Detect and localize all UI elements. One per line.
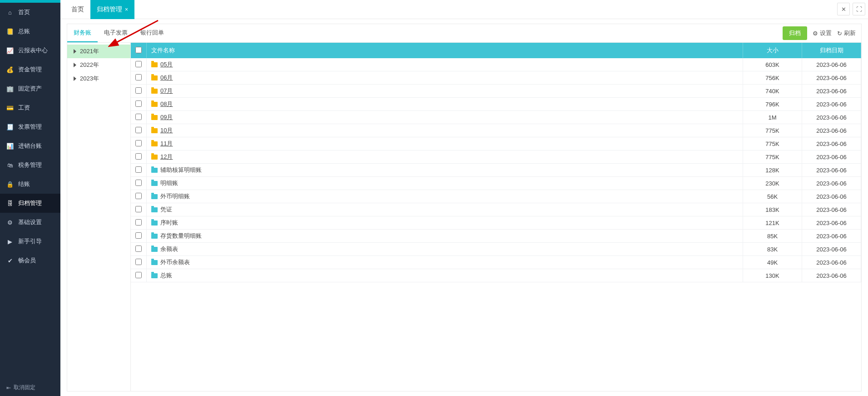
refresh-link[interactable]: ↻ 刷新 bbox=[837, 29, 856, 37]
table-row: 12月775K2023-06-06 bbox=[131, 150, 861, 164]
tree-item[interactable]: 2022年 bbox=[67, 58, 130, 72]
table-column: 文件名称大小归档日期05月603K2023-06-0606月756K2023-0… bbox=[131, 43, 861, 391]
sidebar-item-guide[interactable]: ▶新手引导 bbox=[0, 232, 60, 251]
panel-body: 2021年2022年2023年文件名称大小归档日期05月603K2023-06-… bbox=[67, 42, 862, 391]
row-checkbox[interactable] bbox=[135, 259, 142, 265]
table-row: 09月1M2023-06-06 bbox=[131, 111, 861, 124]
page-tab[interactable]: 首页 bbox=[65, 0, 90, 19]
close-all-button[interactable]: ✕ bbox=[837, 3, 850, 15]
sidebar-pin-toggle[interactable]: ⇤ 取消固定 bbox=[0, 379, 60, 396]
file-name[interactable]: 11月 bbox=[160, 140, 173, 147]
row-checkbox[interactable] bbox=[135, 180, 142, 186]
home-icon: ⌂ bbox=[6, 9, 14, 16]
row-checkbox[interactable] bbox=[135, 272, 142, 278]
sidebar-item-label: 基础设置 bbox=[18, 218, 42, 226]
gear-icon: ⚙ bbox=[6, 219, 14, 226]
subtab[interactable]: 电子发票 bbox=[98, 24, 134, 42]
sidebar-item-label: 归档管理 bbox=[18, 199, 42, 207]
table-row: 存货数量明细账85K2023-06-06 bbox=[131, 230, 861, 243]
fullscreen-button[interactable]: ⛶ bbox=[853, 3, 865, 15]
refresh-label: 刷新 bbox=[844, 29, 856, 37]
sidebar-item-label: 工资 bbox=[18, 104, 30, 112]
subtab[interactable]: 银行回单 bbox=[134, 24, 170, 42]
file-name[interactable]: 10月 bbox=[160, 127, 173, 134]
caret-icon bbox=[74, 49, 76, 54]
row-checkbox[interactable] bbox=[135, 206, 142, 212]
asset-icon: 🏢 bbox=[6, 85, 14, 92]
sidebar-item-archive[interactable]: 🗄归档管理 bbox=[0, 194, 60, 213]
sidebar-item-invoice[interactable]: 🧾发票管理 bbox=[0, 117, 60, 136]
folder-icon bbox=[151, 102, 158, 107]
archive-button[interactable]: 归档 bbox=[783, 26, 807, 40]
file-size: 128K bbox=[743, 164, 802, 177]
file-name[interactable]: 外币余额表 bbox=[160, 259, 190, 266]
file-name[interactable]: 08月 bbox=[160, 100, 173, 107]
sidebar-item-asset[interactable]: 🏢固定资产 bbox=[0, 79, 60, 98]
file-name[interactable]: 总账 bbox=[160, 272, 172, 279]
row-checkbox[interactable] bbox=[135, 232, 142, 239]
page-tab[interactable]: 归档管理× bbox=[90, 0, 134, 19]
file-size: 83K bbox=[743, 243, 802, 256]
sidebar-item-chart[interactable]: 📈云报表中心 bbox=[0, 41, 60, 60]
file-name[interactable]: 明细账 bbox=[160, 180, 178, 186]
row-checkbox[interactable] bbox=[135, 140, 142, 146]
sidebar-item-label: 新手引导 bbox=[18, 237, 42, 246]
row-checkbox[interactable] bbox=[135, 166, 142, 173]
row-checkbox[interactable] bbox=[135, 193, 142, 199]
sidebar-item-label: 税务管理 bbox=[18, 161, 42, 169]
row-checkbox[interactable] bbox=[135, 153, 142, 160]
settings-link[interactable]: ⚙ 设置 bbox=[813, 29, 832, 37]
file-name[interactable]: 凭证 bbox=[160, 206, 172, 213]
sidebar-item-money[interactable]: 💰资金管理 bbox=[0, 60, 60, 79]
file-name[interactable]: 余额表 bbox=[160, 246, 178, 252]
file-name[interactable]: 06月 bbox=[160, 74, 173, 81]
file-size: 121K bbox=[743, 216, 802, 230]
file-size: 49K bbox=[743, 256, 802, 269]
refresh-icon: ↻ bbox=[837, 30, 842, 37]
table-row: 07月740K2023-06-06 bbox=[131, 85, 861, 98]
gear-icon: ⚙ bbox=[813, 30, 818, 37]
header-date: 归档日期 bbox=[802, 43, 861, 58]
row-checkbox[interactable] bbox=[135, 100, 142, 107]
close-icon[interactable]: × bbox=[125, 6, 128, 13]
sidebar-item-label: 发票管理 bbox=[18, 123, 42, 131]
file-name[interactable]: 12月 bbox=[160, 153, 173, 160]
file-name[interactable]: 序时账 bbox=[160, 219, 178, 226]
file-date: 2023-06-06 bbox=[802, 269, 861, 282]
file-name[interactable]: 09月 bbox=[160, 114, 173, 120]
sidebar-item-close-acct[interactable]: 🔒结账 bbox=[0, 175, 60, 194]
page-tabs: 首页归档管理× ✕ ⛶ bbox=[60, 0, 868, 19]
tree-item[interactable]: 2021年 bbox=[67, 45, 130, 58]
subtab[interactable]: 财务账 bbox=[67, 24, 98, 42]
row-checkbox[interactable] bbox=[135, 74, 142, 80]
sidebar-item-ledger[interactable]: 📒总账 bbox=[0, 22, 60, 41]
select-all-checkbox[interactable] bbox=[135, 47, 142, 53]
sidebar-item-inout[interactable]: 📊进销台账 bbox=[0, 136, 60, 155]
row-checkbox[interactable] bbox=[135, 61, 142, 67]
pin-icon: ⇤ bbox=[6, 385, 11, 391]
file-name[interactable]: 存货数量明细账 bbox=[160, 232, 202, 239]
row-checkbox[interactable] bbox=[135, 87, 142, 94]
file-icon bbox=[151, 234, 158, 239]
file-icon bbox=[151, 181, 158, 186]
row-checkbox[interactable] bbox=[135, 219, 142, 226]
sidebar-item-tax[interactable]: 🛍税务管理 bbox=[0, 155, 60, 175]
money-icon: 💰 bbox=[6, 66, 14, 73]
tree-column: 2021年2022年2023年 bbox=[67, 43, 131, 391]
sidebar-item-home[interactable]: ⌂首页 bbox=[0, 3, 60, 22]
file-size: 775K bbox=[743, 124, 802, 137]
archive-icon: 🗄 bbox=[6, 200, 14, 207]
sidebar-item-member[interactable]: ✔畅会员 bbox=[0, 251, 60, 270]
tree-item[interactable]: 2023年 bbox=[67, 72, 130, 85]
sidebar: ⌂首页📒总账📈云报表中心💰资金管理🏢固定资产💳工资🧾发票管理📊进销台账🛍税务管理… bbox=[0, 0, 60, 396]
file-name[interactable]: 辅助核算明细账 bbox=[160, 166, 202, 173]
table-row: 11月775K2023-06-06 bbox=[131, 137, 861, 150]
row-checkbox[interactable] bbox=[135, 246, 142, 252]
row-checkbox[interactable] bbox=[135, 127, 142, 133]
file-name[interactable]: 外币明细账 bbox=[160, 193, 190, 200]
file-name[interactable]: 05月 bbox=[160, 61, 173, 68]
row-checkbox[interactable] bbox=[135, 114, 142, 120]
sidebar-item-gear[interactable]: ⚙基础设置 bbox=[0, 213, 60, 232]
file-name[interactable]: 07月 bbox=[160, 87, 173, 94]
sidebar-item-payroll[interactable]: 💳工资 bbox=[0, 98, 60, 117]
